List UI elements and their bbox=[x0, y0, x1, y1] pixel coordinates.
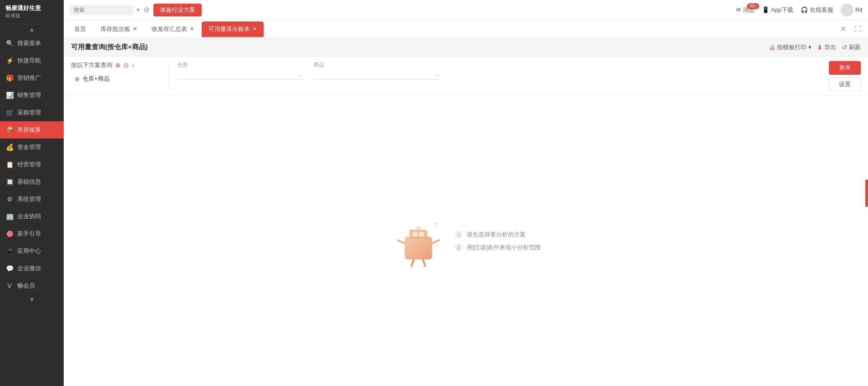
sidebar-item-label: 畅会员 bbox=[17, 282, 35, 290]
sidebar-item-finance[interactable]: 💰 资金管理 bbox=[0, 139, 64, 156]
tab-available[interactable]: 可用量库存账本 ✕ bbox=[202, 21, 264, 37]
app-title: 畅康通好生意 bbox=[5, 5, 58, 12]
sidebar-item-shortcut[interactable]: ⚡ 快捷导航 bbox=[0, 52, 64, 69]
tab-home[interactable]: 首页 bbox=[67, 21, 93, 37]
refresh-button[interactable]: ↺ 刷新 bbox=[842, 43, 861, 51]
tab-expand-button[interactable]: ⛶ bbox=[852, 24, 864, 34]
app-label: App下载 bbox=[771, 6, 793, 14]
page-title: 可用量查询(按仓库+商品) bbox=[71, 43, 148, 51]
avatar bbox=[841, 4, 853, 16]
sidebar-scroll-up[interactable]: ▲ bbox=[0, 24, 64, 35]
product-input[interactable] bbox=[315, 72, 432, 78]
sidebar-logo: 畅康通好生意 标准版 bbox=[0, 0, 64, 24]
industry-button[interactable]: 体验行业方案 bbox=[153, 4, 202, 16]
filter-actions: 查询 设置 bbox=[829, 61, 861, 91]
svg-text:~: ~ bbox=[399, 229, 402, 236]
svg-line-7 bbox=[432, 240, 439, 243]
chart-icon: 📊 bbox=[5, 92, 14, 99]
sidebar-item-newcomer[interactable]: 🎯 新手引导 bbox=[0, 225, 64, 242]
print-label: 按模板打印 bbox=[777, 43, 807, 51]
sidebar-item-wechat[interactable]: 💬 企业微信 bbox=[0, 260, 64, 277]
product-label: 商品 bbox=[314, 61, 441, 69]
sidebar-item-enterprise[interactable]: 🏢 企业协同 bbox=[0, 208, 64, 225]
sidebar-item-label: 销售管理 bbox=[17, 91, 41, 99]
online-service-button[interactable]: 🎧 在线客服 bbox=[801, 6, 833, 14]
hint-num-2: 2 bbox=[455, 243, 463, 252]
add-scheme-icon[interactable]: ⊕ bbox=[115, 62, 121, 69]
refresh-label: 刷新 bbox=[849, 43, 861, 51]
page-actions: 🖨 按模板打印 ▾ ⬇ 导出 ↺ 刷新 bbox=[769, 43, 861, 51]
tab-summary-label: 收发存汇总表 bbox=[152, 25, 187, 33]
money-icon: 💰 bbox=[5, 144, 14, 151]
scheme-item-warehouse-product[interactable]: ⊕ 仓库+商品 bbox=[71, 73, 162, 85]
username: Rit bbox=[855, 6, 863, 13]
empty-hint-2: 2 用[过滤]条件来缩小分析范围 bbox=[455, 243, 541, 252]
scheme-item-label: 仓库+商品 bbox=[82, 75, 110, 83]
sidebar-item-label: 搜索菜单 bbox=[17, 39, 41, 47]
warehouse-input-wrapper: ··· bbox=[177, 71, 305, 80]
export-button[interactable]: ⬇ 导出 bbox=[817, 43, 836, 51]
filter-settings-button[interactable]: 设置 bbox=[829, 77, 861, 91]
warehouse-input[interactable] bbox=[179, 72, 295, 78]
sidebar-item-member[interactable]: V 畅会员 bbox=[0, 277, 64, 294]
sidebar-item-inventory[interactable]: 📦 库存核算 bbox=[0, 121, 64, 139]
tab-batch-close[interactable]: ✕ bbox=[133, 26, 137, 32]
sidebar-item-label: 企业微信 bbox=[17, 264, 41, 273]
sidebar-item-label: 采购管理 bbox=[17, 108, 41, 117]
page-header: 可用量查询(按仓库+商品) 🖨 按模板打印 ▾ ⬇ 导出 ↺ 刷新 bbox=[64, 38, 868, 57]
filter-scheme-panel: 按以下方案查询 ⊕ ⊙ « ⊕ 仓库+商品 bbox=[71, 61, 162, 85]
warehouse-label: 仓库 bbox=[177, 61, 305, 69]
user-menu[interactable]: Rit bbox=[841, 4, 863, 16]
product-more-icon[interactable]: ··· bbox=[435, 72, 439, 78]
print-button[interactable]: 🖨 按模板打印 ▾ bbox=[769, 43, 812, 51]
filter-area: 按以下方案查询 ⊕ ⊙ « ⊕ 仓库+商品 仓库 ··· 商品 bbox=[64, 57, 868, 96]
filter-divider bbox=[169, 61, 170, 91]
message-icon: ✉ bbox=[736, 6, 741, 13]
sidebar-scroll-down[interactable]: ▼ bbox=[0, 294, 64, 305]
topbar: ▾ ⚙ 体验行业方案 ✉ 消息 99+ 📱 App下载 🎧 在线客服 Rit bbox=[64, 0, 868, 20]
product-input-wrapper: ··· bbox=[314, 71, 441, 80]
sidebar: 畅康通好生意 标准版 ▲ 🔍 搜索菜单 ⚡ 快捷导航 🎁 营销推广 📊 销售管理… bbox=[0, 0, 64, 386]
tabs-controls: ✕ ⛶ bbox=[838, 24, 864, 34]
settings-icon[interactable]: ⚙ bbox=[143, 5, 150, 14]
sidebar-item-apps[interactable]: 📱 应用中心 bbox=[0, 242, 64, 260]
app-subtitle: 标准版 bbox=[5, 12, 58, 19]
sidebar-item-label: 资金管理 bbox=[17, 143, 41, 151]
sidebar-item-operations[interactable]: 📋 经营管理 bbox=[0, 156, 64, 173]
message-button[interactable]: ✉ 消息 99+ bbox=[736, 6, 755, 14]
empty-state: ? ~ 1 请先选择要分析的方案 2 用[过滤]条件来缩小分析范围 bbox=[391, 214, 541, 268]
phone-icon: 📱 bbox=[5, 247, 14, 255]
sidebar-item-purchase[interactable]: 🛒 采购管理 bbox=[0, 104, 64, 121]
warehouse-more-icon[interactable]: ··· bbox=[298, 72, 303, 78]
app-download-button[interactable]: 📱 App下载 bbox=[762, 6, 793, 14]
scheme-item-icon: ⊕ bbox=[75, 76, 80, 82]
chat-icon: 💬 bbox=[5, 265, 14, 272]
cart-icon: 🛒 bbox=[5, 109, 14, 116]
tab-close-all-button[interactable]: ✕ bbox=[838, 24, 849, 34]
sidebar-item-marketing[interactable]: 🎁 营销推广 bbox=[0, 69, 64, 87]
query-button[interactable]: 查询 bbox=[829, 61, 861, 75]
sidebar-item-label: 库存核算 bbox=[17, 126, 41, 134]
sidebar-item-basics[interactable]: 🔲 基础信息 bbox=[0, 173, 64, 190]
empty-hint-1: 1 请先选择要分析的方案 bbox=[455, 231, 541, 239]
tabs-bar: 首页 库存批次账 ✕ 收发存汇总表 ✕ 可用量库存账本 ✕ ✕ ⛶ bbox=[64, 20, 868, 38]
dropdown-icon[interactable]: ▾ bbox=[137, 6, 140, 13]
gift-icon: 🎁 bbox=[5, 74, 14, 82]
right-scroll-indicator bbox=[865, 180, 868, 207]
svg-rect-3 bbox=[419, 232, 424, 237]
tab-batch[interactable]: 库存批次账 ✕ bbox=[94, 21, 144, 37]
sidebar-item-search[interactable]: 🔍 搜索菜单 bbox=[0, 35, 64, 52]
collapse-scheme-icon[interactable]: « bbox=[132, 62, 135, 69]
empty-hints: 1 请先选择要分析的方案 2 用[过滤]条件来缩小分析范围 bbox=[455, 231, 541, 252]
content-area: ? ~ 1 请先选择要分析的方案 2 用[过滤]条件来缩小分析范围 bbox=[64, 96, 868, 386]
building-icon: 🏢 bbox=[5, 213, 14, 220]
search-input[interactable] bbox=[69, 5, 133, 15]
svg-rect-2 bbox=[413, 232, 417, 237]
box-icon: 📦 bbox=[5, 126, 14, 134]
tab-available-close[interactable]: ✕ bbox=[253, 26, 257, 32]
sidebar-item-sales[interactable]: 📊 销售管理 bbox=[0, 87, 64, 104]
settings-scheme-icon[interactable]: ⊙ bbox=[123, 62, 129, 69]
tab-summary[interactable]: 收发存汇总表 ✕ bbox=[145, 21, 201, 37]
tab-summary-close[interactable]: ✕ bbox=[190, 26, 194, 32]
sidebar-item-system[interactable]: ⚙ 系统管理 bbox=[0, 190, 64, 208]
